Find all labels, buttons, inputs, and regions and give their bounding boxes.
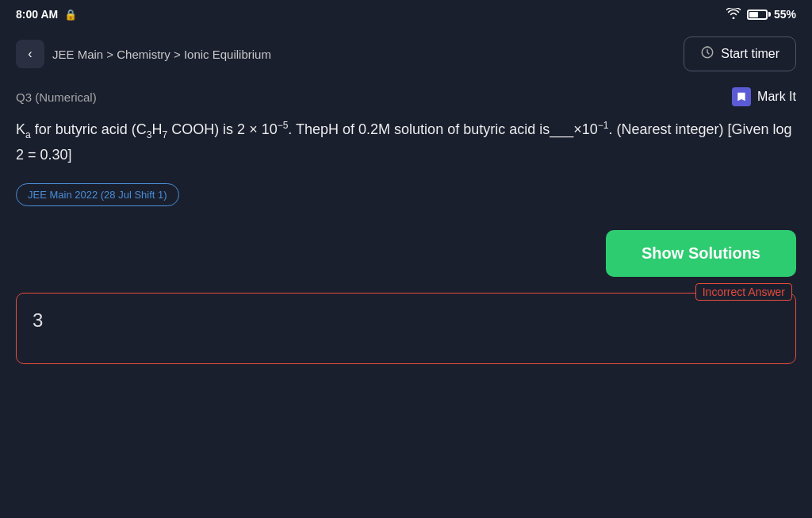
question-tag: JEE Main 2022 (28 Jul Shift 1) bbox=[16, 183, 179, 206]
question-area: Q3 (Numerical) Mark It Ka for butyric ac… bbox=[0, 87, 812, 277]
question-content: Ka for butyric acid (C3H7 COOH) is 2 × 1… bbox=[16, 117, 796, 167]
question-meta: Q3 (Numerical) Mark It bbox=[16, 87, 796, 106]
status-bar: 8:00 AM 🔒 55% bbox=[0, 0, 812, 29]
show-solutions-button[interactable]: Show Solutions bbox=[606, 230, 796, 277]
mark-it-button[interactable]: Mark It bbox=[732, 87, 796, 106]
show-solutions-label: Show Solutions bbox=[642, 244, 760, 262]
mark-it-label: Mark It bbox=[757, 90, 796, 104]
status-right: 55% bbox=[726, 8, 796, 21]
timer-icon bbox=[700, 45, 714, 63]
answer-value: 3 bbox=[33, 309, 43, 332]
incorrect-label: Incorrect Answer bbox=[695, 283, 792, 301]
breadcrumb-container: ‹ JEE Main > Chemistry > Ionic Equilibri… bbox=[16, 40, 271, 68]
back-button[interactable]: ‹ bbox=[16, 40, 44, 68]
battery-percent: 55% bbox=[774, 8, 796, 21]
back-icon: ‹ bbox=[28, 47, 32, 61]
start-timer-button[interactable]: Start timer bbox=[684, 36, 796, 71]
question-text: Ka for butyric acid (C3H7 COOH) is 2 × 1… bbox=[16, 121, 792, 163]
answer-box-container: Incorrect Answer 3 bbox=[0, 293, 812, 364]
answer-box: 3 bbox=[16, 293, 796, 364]
battery-display: 55% bbox=[747, 8, 796, 21]
breadcrumb: JEE Main > Chemistry > Ionic Equilibrium bbox=[52, 48, 271, 61]
status-left: 8:00 AM 🔒 bbox=[16, 8, 77, 21]
solutions-container: Show Solutions bbox=[16, 230, 796, 277]
tag-container: JEE Main 2022 (28 Jul Shift 1) bbox=[16, 183, 796, 206]
time-display: 8:00 AM bbox=[16, 8, 58, 21]
lock-icon: 🔒 bbox=[64, 9, 77, 21]
start-timer-label: Start timer bbox=[721, 47, 779, 61]
header: ‹ JEE Main > Chemistry > Ionic Equilibri… bbox=[0, 29, 812, 79]
battery-icon bbox=[747, 10, 771, 20]
bookmark-icon bbox=[732, 87, 751, 106]
wifi-icon bbox=[726, 8, 741, 21]
question-label: Q3 (Numerical) bbox=[16, 90, 97, 104]
